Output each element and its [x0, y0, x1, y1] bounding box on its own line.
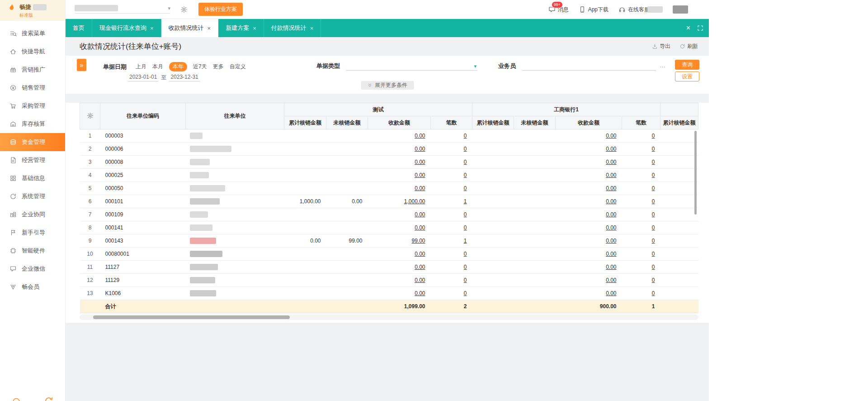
sidebar-item-funds[interactable]: 资金管理	[0, 133, 65, 151]
sidebar-item-marketing[interactable]: 营销推广	[0, 61, 65, 79]
value-link[interactable]: 0.00	[606, 277, 616, 283]
value-link[interactable]: 0	[652, 264, 655, 270]
experience-plan-button[interactable]: 体验行业方案	[198, 3, 243, 16]
value-link[interactable]: 0.00	[415, 224, 425, 231]
value-link[interactable]: 0	[652, 172, 655, 178]
value-link[interactable]: 0.00	[415, 185, 425, 191]
sidebar-item-system[interactable]: 系统管理	[0, 187, 65, 205]
salesman-more-button[interactable]: …	[660, 62, 666, 69]
refresh-button[interactable]: 刷新	[679, 43, 698, 50]
messages-button[interactable]: 99+ 消息	[548, 6, 569, 14]
value-link[interactable]: 0.00	[606, 264, 616, 270]
sidebar-item-operations[interactable]: 经营管理	[0, 151, 65, 169]
value-link[interactable]: 0	[652, 198, 655, 205]
value-link[interactable]: 0.00	[606, 172, 616, 178]
close-tabs-icon[interactable]: ×	[686, 24, 690, 32]
sidebar-item-purchase[interactable]: 采购管理	[0, 97, 65, 115]
value-link[interactable]: 0.00	[415, 146, 425, 152]
expand-more-button[interactable]: 展开更多条件	[361, 81, 414, 90]
value-link[interactable]: 0.00	[606, 159, 616, 165]
value-link[interactable]: 0	[464, 146, 467, 152]
value-link[interactable]: 0.00	[606, 133, 616, 139]
value-link[interactable]: 0.00	[415, 159, 425, 165]
value-link[interactable]: 1	[464, 198, 467, 205]
value-link[interactable]: 0	[464, 185, 467, 191]
value-link[interactable]: 0	[464, 133, 467, 139]
value-link[interactable]: 0.00	[606, 146, 616, 152]
value-link[interactable]: 0.00	[415, 251, 425, 257]
value-link[interactable]: 1	[464, 238, 467, 244]
value-link[interactable]: 0.00	[415, 211, 425, 218]
tab-close-icon[interactable]: ×	[150, 25, 154, 32]
app-download-button[interactable]: App下载	[579, 6, 609, 14]
value-link[interactable]: 0	[652, 238, 655, 244]
tab-new-plan[interactable]: 新建方案×	[218, 19, 264, 37]
value-link[interactable]: 0.00	[606, 238, 616, 244]
value-link[interactable]: 0	[652, 159, 655, 165]
service-icon[interactable]	[11, 396, 21, 401]
value-link[interactable]: 0	[652, 290, 655, 296]
tab-cash-bank-flow[interactable]: 现金银行流水查询×	[92, 19, 161, 37]
value-link[interactable]: 0	[652, 251, 655, 257]
value-link[interactable]: 0.00	[606, 224, 616, 231]
collapse-filter-button[interactable]: »	[77, 59, 86, 71]
tab-close-icon[interactable]: ×	[208, 25, 211, 32]
value-link[interactable]: 0.00	[606, 251, 616, 257]
value-link[interactable]: 0.00	[415, 133, 425, 139]
sidebar-item-wechat[interactable]: 企业微信	[0, 260, 65, 278]
doc-type-select[interactable]: ▾	[346, 62, 477, 71]
sidebar-item-collab[interactable]: 企业协同	[0, 205, 65, 224]
sidebar-item-member[interactable]: 畅会员	[0, 278, 65, 296]
settings-button[interactable]: 设置	[675, 72, 699, 81]
query-button[interactable]: 查询	[675, 60, 699, 70]
date-option-custom[interactable]: 自定义	[230, 63, 246, 71]
value-link[interactable]: 0	[652, 277, 655, 283]
value-link[interactable]: 0	[464, 290, 467, 296]
value-link[interactable]: 0	[652, 146, 655, 152]
sidebar-item-inventory[interactable]: 库存核算	[0, 115, 65, 133]
value-link[interactable]: 0.00	[415, 277, 425, 283]
value-link[interactable]: 0	[464, 264, 467, 270]
tab-close-icon[interactable]: ×	[253, 25, 256, 32]
value-link[interactable]: 0	[464, 159, 467, 165]
tab-home[interactable]: 首页	[66, 19, 92, 37]
horizontal-scrollbar[interactable]	[93, 315, 290, 319]
date-from-input[interactable]: 2023-01-01	[128, 74, 158, 81]
value-link[interactable]: 0	[464, 251, 467, 257]
date-option-more[interactable]: 更多	[213, 63, 224, 71]
date-to-input[interactable]: 2023-12-31	[169, 74, 199, 81]
value-link[interactable]: 0	[652, 224, 655, 231]
value-link[interactable]: 0.00	[606, 198, 616, 205]
value-link[interactable]: 0.00	[606, 290, 616, 296]
value-link[interactable]: 0	[652, 211, 655, 218]
value-link[interactable]: 0	[464, 211, 467, 218]
sidebar-item-sales[interactable]: 销售管理	[0, 79, 65, 97]
value-link[interactable]: 0	[652, 133, 655, 139]
value-link[interactable]: 0.00	[415, 172, 425, 178]
value-link[interactable]: 1,000.00	[404, 198, 425, 205]
value-link[interactable]: 0.00	[606, 211, 616, 218]
tab-close-icon[interactable]: ×	[310, 25, 314, 32]
settings-gear-icon[interactable]	[180, 6, 188, 13]
sidebar-item-hardware[interactable]: 智能硬件	[0, 242, 65, 260]
export-button[interactable]: 导出	[652, 43, 670, 50]
tab-payment-stats[interactable]: 付款情况统计×	[264, 19, 321, 37]
online-service-button[interactable]: 在线客服	[618, 6, 663, 14]
value-link[interactable]: 0	[652, 185, 655, 191]
value-link[interactable]: 0.00	[606, 185, 616, 191]
sidebar-item-quick-nav[interactable]: 快捷导航	[0, 43, 65, 61]
value-link[interactable]: 0.00	[415, 290, 425, 296]
tab-receipt-stats[interactable]: 收款情况统计×	[161, 19, 219, 37]
sidebar-item-search-menu[interactable]: 搜索菜单	[0, 24, 65, 43]
date-option-last-7-days[interactable]: 近7天	[193, 63, 207, 71]
sidebar-item-guide[interactable]: 新手引导	[0, 224, 65, 242]
value-link[interactable]: 0	[464, 224, 467, 231]
vertical-scrollbar[interactable]	[694, 131, 697, 215]
date-option-last-month[interactable]: 上月	[136, 63, 146, 71]
table-column-settings-button[interactable]	[80, 103, 100, 129]
salesman-input[interactable]	[522, 62, 656, 71]
date-option-this-month[interactable]: 本月	[152, 63, 163, 71]
fullscreen-icon[interactable]	[697, 25, 703, 31]
sidebar-item-base-info[interactable]: 基础信息	[0, 169, 65, 187]
org-select[interactable]: ▾	[75, 5, 170, 14]
